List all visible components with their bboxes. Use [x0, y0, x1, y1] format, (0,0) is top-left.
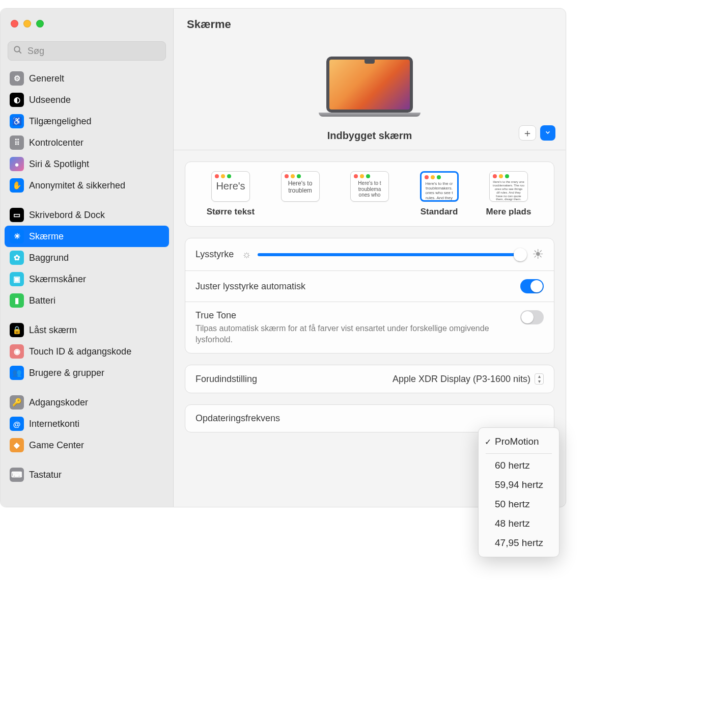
refresh-rate-option-60-hertz[interactable]: 60 hertz [481, 456, 557, 475]
search-input[interactable] [26, 45, 160, 57]
sidebar-item-anonymitet-sikkerhed[interactable]: ✋Anonymitet & sikkerhed [5, 175, 169, 196]
sidebar-item-sk-rme[interactable]: ☀Skærme [5, 226, 169, 247]
sidebar-item-kontrolcenter[interactable]: ⠿Kontrolcenter [5, 132, 169, 153]
resolution-thumb: Here's to t troublema ones who [350, 171, 389, 202]
brightness-slider[interactable]: ☼ ☀ [242, 247, 544, 262]
l-st-sk-rm-icon: 🔒 [10, 323, 24, 337]
kontrolcenter-icon: ⠿ [10, 135, 24, 150]
batteri-icon: ▮ [10, 293, 24, 308]
sidebar-item-batteri[interactable]: ▮Batteri [5, 290, 169, 311]
sidebar-item-label: Internetkonti [29, 419, 79, 429]
refresh-rate-label: Opdateringsfrekvens [195, 413, 494, 424]
sidebar-item-brugere-grupper[interactable]: 👥Brugere & grupper [5, 362, 169, 384]
sidebar-item-l-st-sk-rm[interactable]: 🔒Låst skærm [5, 319, 169, 341]
search-icon [13, 45, 22, 57]
menu-separator [486, 453, 552, 454]
brightness-slider-thumb[interactable] [514, 248, 527, 261]
menu-item-label: ProMotion [495, 436, 539, 447]
refresh-rate-menu: ✓ProMotion60 hertz59,94 hertz50 hertz48 … [478, 427, 559, 557]
sidebar-item-label: Tastatur [29, 470, 62, 480]
tastatur-icon: ⌨ [10, 468, 24, 482]
true-tone-label: True Tone [195, 310, 512, 321]
skrivebord-dock-icon: ▭ [10, 208, 24, 222]
system-settings-window: ⚙Generelt◐Udseende♿Tilgængelighed⠿Kontro… [0, 8, 566, 507]
display-thumbnail[interactable] [319, 57, 421, 123]
touch-id-adgangskode-icon: ◉ [10, 344, 24, 359]
resolution-option-2[interactable]: Here's to t troublema ones who [337, 171, 403, 207]
udseende-icon: ◐ [10, 93, 24, 107]
sidebar-item-label: Udseende [29, 95, 71, 105]
sidebar-item-label: Baggrund [29, 253, 69, 263]
updown-icon: ▴▾ [535, 373, 544, 385]
sidebar: ⚙Generelt◐Udseende♿Tilgængelighed⠿Kontro… [1, 9, 174, 507]
sidebar-item-label: Game Center [29, 440, 84, 451]
sidebar-item-label: Anonymitet & sikkerhed [29, 180, 125, 191]
resolution-option-3[interactable]: Here's to the cr troublemakers. ones who… [406, 171, 472, 217]
window-controls [1, 9, 173, 38]
refresh-rate-option-50-hertz[interactable]: 50 hertz [481, 495, 557, 514]
close-window-button[interactable] [11, 20, 18, 28]
sidebar-item-label: Siri & Spotlight [29, 159, 89, 170]
resolution-option-1[interactable]: Here's to troublem [267, 171, 333, 207]
refresh-rate-option-47-95-hertz[interactable]: 47,95 hertz [481, 533, 557, 553]
menu-item-label: 47,95 hertz [495, 537, 543, 548]
arrange-displays-menu-button[interactable] [540, 125, 555, 141]
display-name-label: Indbygget skærm [327, 130, 412, 142]
auto-brightness-label: Juster lysstyrke automatisk [195, 281, 512, 292]
sidebar-item-label: Skærmskåner [29, 274, 86, 285]
sidebar-item-label: Batteri [29, 295, 55, 306]
resolution-option-label: Standard [421, 207, 458, 217]
refresh-rate-option-59-94-hertz[interactable]: 59,94 hertz [481, 475, 557, 495]
brightness-panel: Lysstyrke ☼ ☀ Juster lysstyrke automatis… [185, 238, 554, 353]
resolution-thumb: Here's to the crazy one troublemakers. T… [489, 171, 528, 202]
check-icon: ✓ [485, 437, 491, 447]
sidebar-item-label: Brugere & grupper [29, 368, 104, 378]
resolution-thumb: Here's to the cr troublemakers. ones who… [420, 171, 459, 202]
preset-row: Forudindstilling Apple XDR Display (P3-1… [185, 365, 554, 393]
resolution-option-0[interactable]: Here'sStørre tekst [198, 171, 264, 217]
zoom-window-button[interactable] [36, 20, 44, 28]
auto-brightness-toggle[interactable] [520, 279, 544, 293]
refresh-rate-option-48-hertz[interactable]: 48 hertz [481, 514, 557, 533]
minimize-window-button[interactable] [23, 20, 31, 28]
sidebar-item-adgangskoder[interactable]: 🔑Adgangskoder [5, 392, 169, 413]
resolution-thumb: Here's to troublem [281, 171, 320, 202]
resolution-option-4[interactable]: Here's to the crazy one troublemakers. T… [475, 171, 542, 217]
brightness-low-icon: ☼ [242, 249, 251, 260]
sidebar-item-tilg-ngelighed[interactable]: ♿Tilgængelighed [5, 111, 169, 132]
sidebar-item-udseende[interactable]: ◐Udseende [5, 89, 169, 111]
sidebar-item-label: Touch ID & adgangskode [29, 346, 131, 357]
anonymitet-sikkerhed-icon: ✋ [10, 178, 24, 193]
sidebar-item-sk-rmsk-ner[interactable]: ▣Skærmskåner [5, 268, 169, 290]
sidebar-item-siri-spotlight[interactable]: ●Siri & Spotlight [5, 153, 169, 175]
add-display-button[interactable]: ＋ [519, 125, 536, 141]
main-content: Skærme Indbygget skærm ＋ Her [174, 9, 566, 507]
sidebar-item-generelt[interactable]: ⚙Generelt [5, 68, 169, 89]
preset-label: Forudindstilling [195, 374, 384, 385]
auto-brightness-row: Juster lysstyrke automatisk [185, 270, 554, 302]
true-tone-row: True Tone Tilpas automatisk skærm for at… [185, 302, 554, 353]
plus-icon: ＋ [522, 126, 533, 140]
generelt-icon: ⚙ [10, 71, 24, 86]
sidebar-item-label: Skrivebord & Dock [29, 210, 105, 221]
adgangskoder-icon: 🔑 [10, 395, 24, 410]
tilg-ngelighed-icon: ♿ [10, 114, 24, 128]
preset-popup-button[interactable]: Apple XDR Display (P3-1600 nits) ▴▾ [393, 373, 544, 385]
sidebar-item-tastatur[interactable]: ⌨Tastatur [5, 464, 169, 485]
chevron-down-icon [544, 129, 551, 138]
refresh-rate-option-promotion[interactable]: ✓ProMotion [481, 432, 557, 451]
sidebar-item-baggrund[interactable]: ✿Baggrund [5, 247, 169, 268]
sidebar-item-touch-id-adgangskode[interactable]: ◉Touch ID & adgangskode [5, 341, 169, 362]
sidebar-item-game-center[interactable]: ◆Game Center [5, 434, 169, 456]
sidebar-item-skrivebord-dock[interactable]: ▭Skrivebord & Dock [5, 204, 169, 226]
preset-value: Apple XDR Display (P3-1600 nits) [393, 374, 530, 385]
brightness-high-icon: ☀ [532, 247, 544, 262]
menu-item-label: 48 hertz [495, 518, 530, 529]
search-field[interactable] [8, 41, 166, 61]
sidebar-item-internetkonti[interactable]: @Internetkonti [5, 413, 169, 434]
sk-rme-icon: ☀ [10, 229, 24, 243]
true-tone-toggle[interactable] [520, 310, 544, 324]
menu-item-label: 50 hertz [495, 499, 530, 509]
display-hero: Indbygget skærm ＋ [174, 36, 566, 150]
siri-spotlight-icon: ● [10, 157, 24, 171]
